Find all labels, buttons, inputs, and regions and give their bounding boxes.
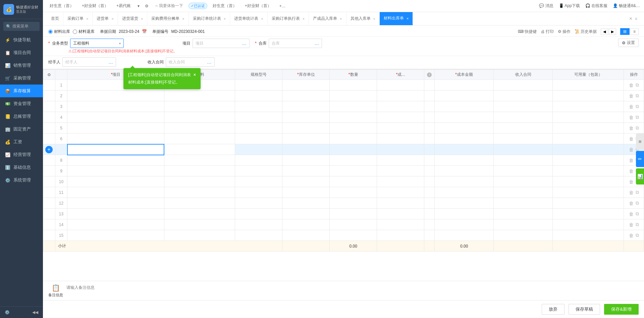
tab-purchase-in[interactable]: 进货单× bbox=[93, 12, 118, 25]
row-project-3[interactable] bbox=[67, 101, 164, 112]
row-material-2[interactable] bbox=[164, 91, 235, 101]
user-avatar[interactable]: 👤 畅捷通8&… bbox=[613, 3, 640, 9]
row-cost-amount-4[interactable] bbox=[435, 112, 494, 123]
row-material-4[interactable] bbox=[164, 112, 235, 123]
history-btn[interactable]: 📜 历史单据 bbox=[575, 29, 597, 35]
sidebar-item-project[interactable]: 📋 项目合同 bbox=[0, 46, 43, 59]
row-unit-1[interactable] bbox=[282, 80, 330, 91]
top-nav-item-2[interactable]: +易代账 bbox=[114, 3, 133, 9]
prev-doc-btn[interactable]: ◀ bbox=[601, 29, 608, 35]
radio-material-return-input[interactable] bbox=[73, 30, 77, 34]
column-settings-icon[interactable]: ⚙ bbox=[47, 72, 51, 77]
tab-other-in[interactable]: 其他入库单× bbox=[346, 12, 380, 25]
sidebar-item-payroll[interactable]: 💰 工资 bbox=[0, 136, 43, 148]
sidebar-item-quicknav[interactable]: ⚡ 快捷导航 bbox=[0, 34, 43, 46]
delete-icon-2[interactable]: 🗑 bbox=[629, 93, 634, 99]
row-income-contract-6[interactable] bbox=[494, 134, 553, 144]
operation-btn[interactable]: ⚙ 操作 bbox=[558, 29, 571, 35]
row-unit-5[interactable] bbox=[282, 123, 330, 134]
copy-icon-4[interactable]: ⧉ bbox=[636, 114, 639, 120]
add-row-cost[interactable] bbox=[377, 144, 424, 155]
tab-more[interactable]: ≡ bbox=[635, 16, 637, 21]
row-cost-5[interactable] bbox=[377, 123, 424, 134]
row-cost-1[interactable] bbox=[377, 80, 424, 91]
row-cost-amount-5[interactable] bbox=[435, 123, 494, 134]
row-project-5[interactable] bbox=[67, 123, 164, 134]
row-spec-5[interactable] bbox=[235, 123, 282, 134]
copy-icon-2[interactable]: ⧉ bbox=[636, 93, 639, 99]
tab-purchase-return-close[interactable]: × bbox=[141, 17, 143, 21]
row-income-contract-4[interactable] bbox=[494, 112, 553, 123]
row-qty-4[interactable] bbox=[330, 112, 377, 123]
row-available-2[interactable] bbox=[553, 91, 624, 101]
row-unit-2[interactable] bbox=[282, 91, 330, 101]
add-row-qty[interactable] bbox=[330, 144, 377, 155]
save-draft-button[interactable]: 保存草稿 bbox=[569, 304, 600, 315]
discard-button[interactable]: 放弃 bbox=[542, 304, 565, 315]
top-nav-item-3[interactable]: 好生意（首） bbox=[210, 3, 239, 9]
row-cost-6[interactable] bbox=[377, 134, 424, 144]
delete-icon-add[interactable]: 🗑 bbox=[629, 147, 634, 152]
app-download-btn[interactable]: 📱 App下载 bbox=[559, 3, 580, 9]
row-income-contract-3[interactable] bbox=[494, 101, 553, 112]
sidebar-item-inventory[interactable]: 📦 库存核算 bbox=[0, 85, 43, 97]
close-all-tabs[interactable]: × bbox=[629, 16, 632, 22]
tab-purchase-exec[interactable]: 采购订单执行表× bbox=[268, 12, 309, 25]
tab-other-in-close[interactable]: × bbox=[373, 17, 375, 21]
sidebar-item-ledger[interactable]: 📒 总账管理 bbox=[0, 110, 43, 123]
row-qty-1[interactable] bbox=[330, 80, 377, 91]
row-spec-3[interactable] bbox=[235, 101, 282, 112]
row-spec-2[interactable] bbox=[235, 91, 282, 101]
row-spec-6[interactable] bbox=[235, 134, 282, 144]
tab-purchase-order-close[interactable]: × bbox=[86, 17, 88, 21]
next-doc-btn[interactable]: ▶ bbox=[609, 29, 616, 35]
row-project-6[interactable] bbox=[67, 134, 164, 144]
radio-material-out[interactable]: 材料出库 bbox=[48, 29, 70, 35]
top-nav-dropdown[interactable]: ▾ bbox=[136, 4, 141, 8]
delete-icon-4[interactable]: 🗑 bbox=[629, 115, 634, 120]
add-row-project-input[interactable] bbox=[67, 144, 164, 155]
row-cost-amount-1[interactable] bbox=[435, 80, 494, 91]
calendar-icon[interactable]: 📅 bbox=[142, 29, 147, 34]
add-row-income-contract[interactable] bbox=[494, 144, 553, 155]
add-row-unit[interactable] bbox=[282, 144, 330, 155]
delete-icon-5[interactable]: 🗑 bbox=[629, 125, 634, 131]
info-icon[interactable]: i bbox=[427, 72, 432, 77]
settings-btn[interactable]: ⚙ 设置 bbox=[618, 39, 639, 47]
tab-home[interactable]: 首页 bbox=[47, 12, 63, 25]
row-cost-4[interactable] bbox=[377, 112, 424, 123]
top-nav-trial[interactable]: ○ 我要体验一下 bbox=[153, 3, 186, 9]
sidebar-item-operations[interactable]: 📈 经营管理 bbox=[0, 148, 43, 161]
row-income-contract-5[interactable] bbox=[494, 123, 553, 134]
delete-icon-3[interactable]: 🗑 bbox=[629, 104, 634, 109]
tab-purchase-cost-close[interactable]: × bbox=[182, 17, 184, 21]
row-cost-amount-2[interactable] bbox=[435, 91, 494, 101]
tab-purchase-exec-close[interactable]: × bbox=[303, 17, 305, 21]
row-available-1[interactable] bbox=[553, 80, 624, 91]
online-support-btn[interactable]: 🎧 在线客服 bbox=[585, 3, 607, 9]
row-cost-amount-6[interactable] bbox=[435, 134, 494, 144]
message-btn[interactable]: 💬 消息 bbox=[539, 3, 553, 9]
row-available-3[interactable] bbox=[553, 101, 624, 112]
add-row-material-input[interactable] bbox=[164, 144, 235, 155]
tab-product-in[interactable]: 产成品入库单× bbox=[309, 12, 346, 25]
row-available-4[interactable] bbox=[553, 112, 624, 123]
sidebar-item-sales[interactable]: 📊 销售管理 bbox=[0, 59, 43, 72]
sidebar-item-assets[interactable]: 🏢 固定资产 bbox=[0, 123, 43, 136]
row-cost-3[interactable] bbox=[377, 101, 424, 112]
row-cost-amount-3[interactable] bbox=[435, 101, 494, 112]
shortcut-btn[interactable]: ⌨ 快捷键 bbox=[518, 29, 537, 35]
row-unit-4[interactable] bbox=[282, 112, 330, 123]
sidebar-item-system[interactable]: ⚙️ 系统管理 bbox=[0, 174, 43, 187]
row-qty-5[interactable] bbox=[330, 123, 377, 134]
handler-select[interactable]: 经手人 … bbox=[62, 57, 116, 67]
project-select[interactable]: 项目 … bbox=[193, 39, 250, 48]
search-menu-button[interactable]: 🔍 搜索菜单 bbox=[3, 22, 40, 31]
row-available-6[interactable] bbox=[553, 134, 624, 144]
row-project-2[interactable] bbox=[67, 91, 164, 101]
business-type-select[interactable]: 工程领料 ▾ bbox=[70, 39, 124, 48]
right-tool-1[interactable]: ⊞ bbox=[636, 134, 644, 150]
copy-icon-5[interactable]: ⧉ bbox=[636, 125, 639, 131]
tab-purchase-in-stat-close[interactable]: × bbox=[261, 17, 263, 21]
row-project-4[interactable] bbox=[67, 112, 164, 123]
